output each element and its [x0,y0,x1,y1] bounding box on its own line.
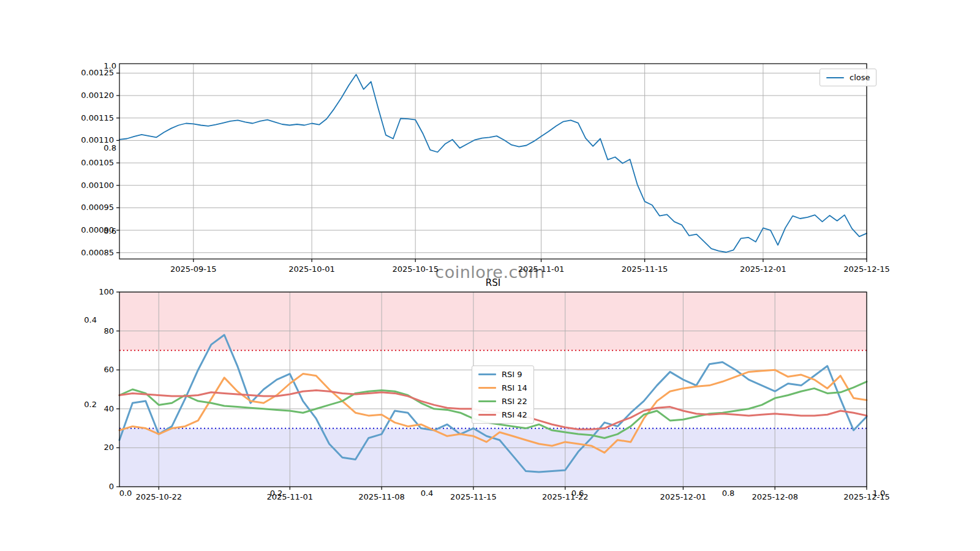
price-xtick-2025-11-01: 2025-11-01 [505,264,578,275]
legend-label: RSI 9 [502,370,522,379]
rsi-xtick-2025-12-08: 2025-12-08 [738,492,812,503]
rsi-legend-item: RSI 22 [478,397,527,406]
overlay-axis-label-0.4: 0.4 [409,489,445,498]
rsi-ytick-60: 60 [60,364,114,375]
rsi-xtick-2025-11-08: 2025-11-08 [345,492,418,503]
price-xtick-2025-11-15: 2025-11-15 [608,264,682,275]
rsi-legend-item: RSI 42 [478,410,527,419]
rsi-ytick-80: 80 [60,326,114,337]
price-ytick-0.00100: 0.00100 [60,180,114,191]
overlay-axis-label-0.2: 0.2 [60,400,97,410]
legend-label: RSI 42 [502,410,527,419]
close-legend-sample [826,77,844,78]
rsi-14-legend-sample [478,387,496,389]
rsi-legend-item: RSI 14 [478,383,527,392]
price-ytick-0.00095: 0.00095 [60,202,114,213]
rsi-xtick-2025-11-15: 2025-11-15 [437,492,510,503]
overlay-axis-label-0.6: 0.6 [80,227,116,236]
legend-label: close [850,73,870,82]
rsi-band [119,292,867,350]
overlay-axis-label-1.0: 1.0 [80,61,116,71]
rsi-9-legend-sample [478,373,496,375]
overlay-axis-label-0.2: 0.2 [258,489,295,498]
price-series-close [119,75,867,252]
rsi-xtick-2025-12-01: 2025-12-01 [646,492,720,503]
price-ytick-0.00085: 0.00085 [60,247,114,258]
price-xtick-2025-12-01: 2025-12-01 [726,264,800,275]
price-xtick-2025-09-15: 2025-09-15 [157,264,230,275]
price-xtick-2025-12-15: 2025-12-15 [830,264,903,275]
price-legend-item: close [826,73,870,82]
price-xtick-2025-10-01: 2025-10-01 [275,264,349,275]
overlay-axis-label-1.0: 1.0 [861,489,897,498]
price-ytick-0.00120: 0.00120 [60,90,114,101]
rsi-title: RSI [456,277,530,288]
legend-label: RSI 14 [502,383,527,392]
figure: coinlore.com 0.000850.000900.000950.0010… [0,0,980,551]
rsi-legend: RSI 9RSI 14RSI 22RSI 42 [472,365,534,424]
overlay-axis-label-0.6: 0.6 [559,489,596,498]
rsi-22-legend-sample [478,400,496,402]
overlay-axis-label-0.8: 0.8 [80,143,116,153]
rsi-ytick-0: 0 [60,481,114,492]
overlay-axis-label-0.0: 0.0 [107,489,144,498]
rsi-ytick-100: 100 [60,287,114,298]
price-ytick-0.00105: 0.00105 [60,157,114,168]
rsi-ytick-20: 20 [60,442,114,453]
legend-label: RSI 22 [502,397,527,406]
rsi-42-legend-sample [478,414,496,416]
price-xtick-2025-10-15: 2025-10-15 [379,264,452,275]
overlay-axis-label-0.4: 0.4 [60,315,97,325]
price-ytick-0.00115: 0.00115 [60,113,114,124]
price-legend: close [820,69,876,86]
rsi-legend-item: RSI 9 [478,370,527,379]
overlay-axis-label-0.8: 0.8 [710,489,747,498]
